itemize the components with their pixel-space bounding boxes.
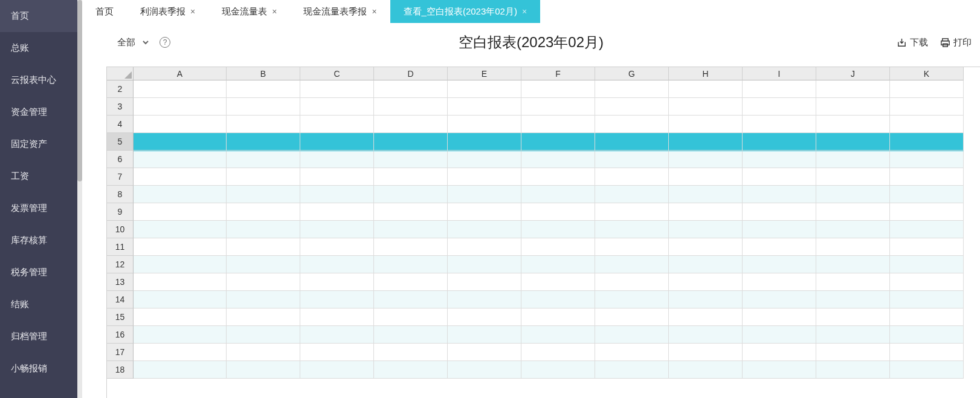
cell-C6[interactable] bbox=[300, 151, 374, 168]
cell-E13[interactable] bbox=[448, 273, 521, 291]
column-header-A[interactable]: A bbox=[134, 67, 227, 80]
cell-G14[interactable] bbox=[595, 291, 669, 308]
cell-F14[interactable] bbox=[521, 291, 595, 308]
cell-A15[interactable] bbox=[134, 308, 227, 326]
row-header-3[interactable]: 3 bbox=[107, 98, 134, 116]
cell-E2[interactable] bbox=[448, 80, 521, 98]
cell-E5[interactable] bbox=[448, 133, 521, 151]
row-header-16[interactable]: 16 bbox=[107, 326, 134, 344]
cell-G3[interactable] bbox=[595, 98, 669, 116]
cell-D16[interactable] bbox=[374, 326, 448, 344]
cell-E17[interactable] bbox=[448, 344, 521, 361]
cell-A4[interactable] bbox=[134, 116, 227, 133]
cell-B8[interactable] bbox=[227, 186, 300, 203]
cell-C18[interactable] bbox=[300, 361, 374, 379]
cell-C4[interactable] bbox=[300, 116, 374, 133]
chevron-down-icon[interactable] bbox=[141, 38, 150, 47]
row-header-14[interactable]: 14 bbox=[107, 291, 134, 308]
cell-J6[interactable] bbox=[816, 151, 890, 168]
cell-E11[interactable] bbox=[448, 238, 521, 256]
cell-I18[interactable] bbox=[743, 361, 816, 379]
cell-K3[interactable] bbox=[890, 98, 964, 116]
cell-D6[interactable] bbox=[374, 151, 448, 168]
cell-H14[interactable] bbox=[669, 291, 743, 308]
cell-I14[interactable] bbox=[743, 291, 816, 308]
cell-B3[interactable] bbox=[227, 98, 300, 116]
cell-F12[interactable] bbox=[521, 256, 595, 273]
cell-F15[interactable] bbox=[521, 308, 595, 326]
cell-K15[interactable] bbox=[890, 308, 964, 326]
cell-H2[interactable] bbox=[669, 80, 743, 98]
cell-G9[interactable] bbox=[595, 203, 669, 221]
cell-B10[interactable] bbox=[227, 221, 300, 238]
cell-F5[interactable] bbox=[521, 133, 595, 151]
cell-E8[interactable] bbox=[448, 186, 521, 203]
cell-A17[interactable] bbox=[134, 344, 227, 361]
cell-E15[interactable] bbox=[448, 308, 521, 326]
cell-G6[interactable] bbox=[595, 151, 669, 168]
cell-J8[interactable] bbox=[816, 186, 890, 203]
cell-C16[interactable] bbox=[300, 326, 374, 344]
cell-J17[interactable] bbox=[816, 344, 890, 361]
cell-G2[interactable] bbox=[595, 80, 669, 98]
column-header-C[interactable]: C bbox=[300, 67, 374, 80]
cell-J16[interactable] bbox=[816, 326, 890, 344]
row-header-5[interactable]: 5 bbox=[107, 133, 134, 151]
download-button[interactable]: 下载 bbox=[897, 37, 928, 48]
cell-G17[interactable] bbox=[595, 344, 669, 361]
cell-I8[interactable] bbox=[743, 186, 816, 203]
cell-H18[interactable] bbox=[669, 361, 743, 379]
cell-G15[interactable] bbox=[595, 308, 669, 326]
cell-D13[interactable] bbox=[374, 273, 448, 291]
row-header-9[interactable]: 9 bbox=[107, 203, 134, 221]
sidebar-item-5[interactable]: 工资 bbox=[0, 160, 77, 192]
cell-A12[interactable] bbox=[134, 256, 227, 273]
cell-C12[interactable] bbox=[300, 256, 374, 273]
sidebar-item-1[interactable]: 总账 bbox=[0, 32, 77, 64]
cell-E6[interactable] bbox=[448, 151, 521, 168]
cell-D4[interactable] bbox=[374, 116, 448, 133]
cell-A8[interactable] bbox=[134, 186, 227, 203]
sidebar-item-4[interactable]: 固定资产 bbox=[0, 128, 77, 160]
cell-H5[interactable] bbox=[669, 133, 743, 151]
cell-D2[interactable] bbox=[374, 80, 448, 98]
cell-C5[interactable] bbox=[300, 133, 374, 151]
cell-A9[interactable] bbox=[134, 203, 227, 221]
row-header-8[interactable]: 8 bbox=[107, 186, 134, 203]
cell-J14[interactable] bbox=[816, 291, 890, 308]
cell-E18[interactable] bbox=[448, 361, 521, 379]
close-icon[interactable]: × bbox=[372, 7, 376, 16]
column-header-G[interactable]: G bbox=[595, 67, 669, 80]
cell-B4[interactable] bbox=[227, 116, 300, 133]
cell-I2[interactable] bbox=[743, 80, 816, 98]
cell-I5[interactable] bbox=[743, 133, 816, 151]
cell-G4[interactable] bbox=[595, 116, 669, 133]
cell-F2[interactable] bbox=[521, 80, 595, 98]
row-header-15[interactable]: 15 bbox=[107, 308, 134, 326]
cell-A5[interactable] bbox=[134, 133, 227, 151]
cell-F4[interactable] bbox=[521, 116, 595, 133]
cell-G12[interactable] bbox=[595, 256, 669, 273]
cell-K2[interactable] bbox=[890, 80, 964, 98]
cell-J2[interactable] bbox=[816, 80, 890, 98]
cell-A3[interactable] bbox=[134, 98, 227, 116]
help-icon[interactable]: ? bbox=[160, 37, 170, 48]
cell-B12[interactable] bbox=[227, 256, 300, 273]
cell-I12[interactable] bbox=[743, 256, 816, 273]
cell-H9[interactable] bbox=[669, 203, 743, 221]
cell-K7[interactable] bbox=[890, 168, 964, 186]
sidebar-item-3[interactable]: 资金管理 bbox=[0, 96, 77, 128]
cell-D11[interactable] bbox=[374, 238, 448, 256]
cell-C2[interactable] bbox=[300, 80, 374, 98]
cell-J3[interactable] bbox=[816, 98, 890, 116]
sidebar-item-2[interactable]: 云报表中心 bbox=[0, 64, 77, 96]
cell-B18[interactable] bbox=[227, 361, 300, 379]
column-header-I[interactable]: I bbox=[743, 67, 816, 80]
cell-G5[interactable] bbox=[595, 133, 669, 151]
tab-3[interactable]: 现金流量表季报× bbox=[290, 0, 390, 23]
cell-K18[interactable] bbox=[890, 361, 964, 379]
cell-H3[interactable] bbox=[669, 98, 743, 116]
row-header-11[interactable]: 11 bbox=[107, 238, 134, 256]
cell-E12[interactable] bbox=[448, 256, 521, 273]
cell-C11[interactable] bbox=[300, 238, 374, 256]
